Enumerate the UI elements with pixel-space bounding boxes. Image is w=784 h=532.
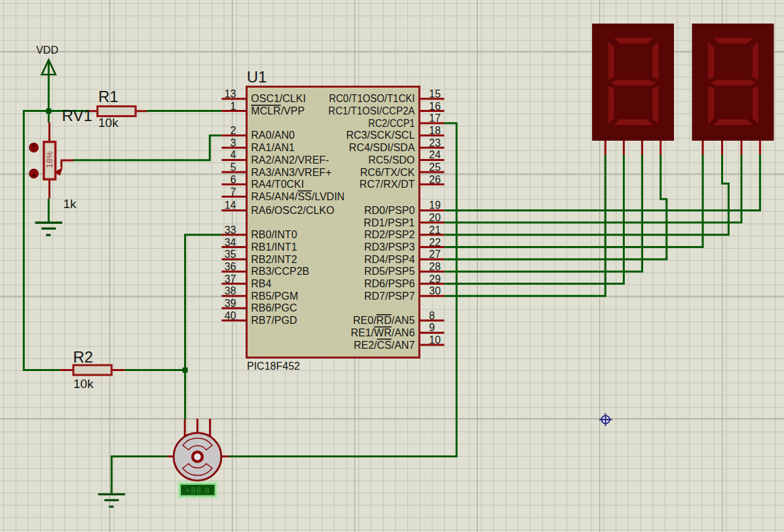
svg-text:RB3/CCP2B: RB3/CCP2B bbox=[251, 266, 309, 277]
svg-text:RE2/CS/AN7: RE2/CS/AN7 bbox=[354, 340, 415, 351]
svg-text:RC6/TX/CK: RC6/TX/CK bbox=[360, 167, 415, 178]
svg-text:RC2/CCP1: RC2/CCP1 bbox=[368, 118, 415, 129]
svg-text:RA2/AN2/VREF-: RA2/AN2/VREF- bbox=[251, 154, 329, 166]
svg-text:RC7/RX/DT: RC7/RX/DT bbox=[360, 179, 415, 190]
svg-text:19: 19 bbox=[429, 200, 441, 211]
svg-text:6: 6 bbox=[231, 174, 236, 185]
svg-text:10: 10 bbox=[429, 334, 441, 346]
svg-text:RC0/T1OSO/T1CKI: RC0/T1OSO/T1CKI bbox=[329, 93, 415, 104]
svg-text:14: 14 bbox=[225, 200, 236, 211]
svg-text:7: 7 bbox=[231, 186, 236, 198]
svg-text:RE1/WR/AN6: RE1/WR/AN6 bbox=[350, 327, 415, 338]
svg-text:RE0/RD/AN5: RE0/RD/AN5 bbox=[353, 315, 415, 326]
svg-text:18%: 18% bbox=[45, 151, 54, 168]
svg-text:24: 24 bbox=[429, 149, 441, 160]
svg-text:23: 23 bbox=[429, 137, 441, 149]
svg-text:4: 4 bbox=[231, 149, 236, 160]
svg-text:25: 25 bbox=[429, 162, 441, 173]
svg-text:RB2/INT2: RB2/INT2 bbox=[251, 254, 297, 265]
svg-text:5: 5 bbox=[231, 162, 236, 173]
svg-text:RD6/PSP6: RD6/PSP6 bbox=[364, 278, 415, 289]
svg-text:RD2/PSP2: RD2/PSP2 bbox=[364, 229, 415, 240]
svg-text:13: 13 bbox=[225, 88, 236, 99]
svg-text:RV1: RV1 bbox=[62, 107, 92, 124]
svg-text:30: 30 bbox=[429, 285, 441, 296]
svg-text:1: 1 bbox=[231, 101, 236, 112]
svg-text:RA6/OSC2/CLKO: RA6/OSC2/CLKO bbox=[251, 205, 334, 216]
svg-text:35: 35 bbox=[225, 249, 236, 260]
svg-text:RC3/SCK/SCL: RC3/SCK/SCL bbox=[346, 130, 415, 141]
svg-text:RC4/SDI/SDA: RC4/SDI/SDA bbox=[349, 142, 415, 153]
svg-text:33: 33 bbox=[225, 224, 236, 236]
svg-text:RB6/PGC: RB6/PGC bbox=[251, 302, 297, 313]
svg-text:U1: U1 bbox=[247, 68, 267, 86]
svg-text:RB4: RB4 bbox=[251, 278, 271, 289]
svg-text:29: 29 bbox=[429, 274, 441, 285]
svg-text:PIC18F452: PIC18F452 bbox=[247, 361, 300, 372]
svg-text:38: 38 bbox=[225, 285, 236, 296]
svg-text:RD3/PSP3: RD3/PSP3 bbox=[364, 241, 415, 253]
svg-text:MCLR/VPP: MCLR/VPP bbox=[251, 105, 305, 116]
svg-text:+88.8: +88.8 bbox=[185, 486, 210, 495]
svg-text:22: 22 bbox=[429, 237, 441, 248]
svg-text:RB5/PGM: RB5/PGM bbox=[251, 291, 298, 302]
svg-text:RA0/AN0: RA0/AN0 bbox=[251, 130, 295, 141]
svg-text:26: 26 bbox=[429, 174, 441, 185]
svg-text:39: 39 bbox=[225, 298, 236, 309]
svg-text:RB1/INT1: RB1/INT1 bbox=[251, 241, 297, 253]
svg-text:RA3/AN3/VREF+: RA3/AN3/VREF+ bbox=[251, 167, 331, 178]
svg-text:15: 15 bbox=[429, 88, 441, 99]
svg-text:10k: 10k bbox=[98, 116, 119, 130]
svg-text:9: 9 bbox=[429, 322, 435, 333]
svg-text:RC5/SDO: RC5/SDO bbox=[368, 154, 415, 166]
svg-text:RA1/AN1: RA1/AN1 bbox=[251, 142, 295, 153]
svg-text:17: 17 bbox=[429, 113, 441, 124]
svg-text:RA4/T0CKI: RA4/T0CKI bbox=[251, 179, 304, 190]
svg-text:28: 28 bbox=[429, 261, 441, 272]
svg-text:40: 40 bbox=[225, 310, 236, 321]
svg-text:18: 18 bbox=[429, 125, 441, 136]
svg-text:37: 37 bbox=[225, 274, 236, 285]
svg-text:1k: 1k bbox=[63, 197, 77, 211]
svg-text:OSC1/CLKI: OSC1/CLKI bbox=[251, 93, 306, 104]
svg-text:27: 27 bbox=[429, 249, 441, 260]
svg-text:21: 21 bbox=[429, 224, 441, 236]
svg-text:3: 3 bbox=[231, 137, 236, 149]
svg-text:RD0/PSP0: RD0/PSP0 bbox=[364, 205, 415, 216]
svg-text:RC1/T1OSI/CCP2A: RC1/T1OSI/CCP2A bbox=[328, 105, 415, 116]
svg-text:RD4/PSP4: RD4/PSP4 bbox=[364, 254, 415, 265]
svg-text:36: 36 bbox=[225, 261, 236, 272]
svg-text:10k: 10k bbox=[73, 377, 94, 391]
svg-text:RA5/AN4/SS/LVDIN: RA5/AN4/SS/LVDIN bbox=[251, 191, 345, 202]
svg-text:8: 8 bbox=[429, 310, 435, 321]
svg-text:16: 16 bbox=[429, 101, 441, 112]
svg-text:RB0/INT0: RB0/INT0 bbox=[251, 229, 297, 240]
svg-text:20: 20 bbox=[429, 212, 441, 223]
svg-text:34: 34 bbox=[225, 237, 236, 248]
svg-text:RD5/PSP5: RD5/PSP5 bbox=[364, 266, 415, 277]
svg-text:R1: R1 bbox=[98, 88, 119, 105]
svg-text:R2: R2 bbox=[73, 348, 94, 366]
svg-text:VDD: VDD bbox=[36, 44, 58, 56]
svg-text:2: 2 bbox=[231, 125, 236, 136]
svg-text:RB7/PGD: RB7/PGD bbox=[251, 315, 297, 326]
svg-text:RD7/PSP7: RD7/PSP7 bbox=[364, 291, 415, 302]
svg-text:RD1/PSP1: RD1/PSP1 bbox=[364, 217, 415, 228]
